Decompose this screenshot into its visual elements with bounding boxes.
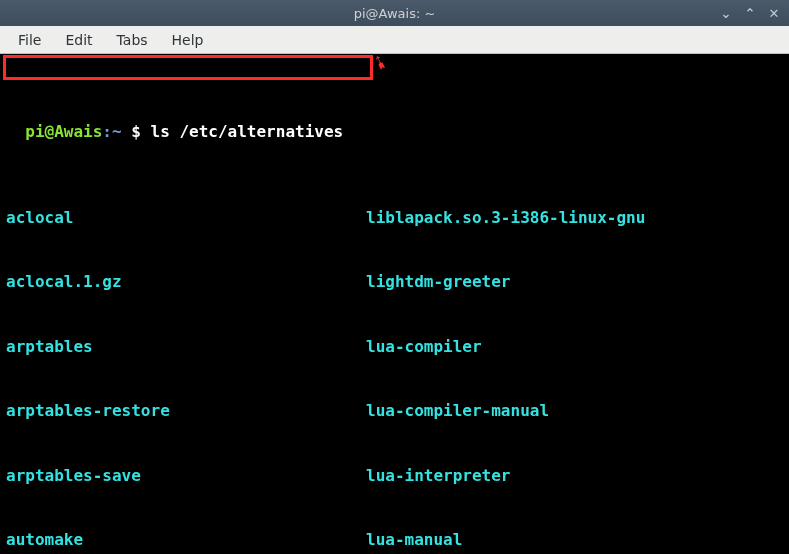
list-item: lua-interpreter [366,465,783,487]
terminal-area[interactable]: ➷ pi@Awais:~ $ ls /etc/alternatives aclo… [0,54,789,554]
prompt-user-host: pi@Awais [25,122,102,141]
list-item: liblapack.so.3-i386-linux-gnu [366,207,783,229]
window-title: pi@Awais: ~ [354,6,436,21]
prompt-dollar: $ [122,122,151,141]
listing-column-2: liblapack.so.3-i386-linux-gnu lightdm-gr… [366,164,783,555]
menu-help[interactable]: Help [162,28,214,52]
window-titlebar: pi@Awais: ~ ⌄ ⌃ ✕ [0,0,789,26]
list-item: aclocal.1.gz [6,271,366,293]
prompt-path: ~ [112,122,122,141]
window-controls: ⌄ ⌃ ✕ [719,6,781,21]
menu-file[interactable]: File [8,28,51,52]
menu-edit[interactable]: Edit [55,28,102,52]
list-item: lua-compiler [366,336,783,358]
close-button[interactable]: ✕ [767,6,781,21]
list-item: lightdm-greeter [366,271,783,293]
menu-tabs[interactable]: Tabs [107,28,158,52]
listing-columns: aclocal aclocal.1.gz arptables arptables… [6,164,783,555]
list-item: aclocal [6,207,366,229]
annotation-highlight-box [3,55,373,80]
list-item: automake [6,529,366,551]
menubar: File Edit Tabs Help [0,26,789,54]
listing-column-1: aclocal aclocal.1.gz arptables arptables… [6,164,366,555]
list-item: lua-manual [366,529,783,551]
prompt-command: ls /etc/alternatives [151,122,344,141]
minimize-button[interactable]: ⌄ [719,6,733,21]
list-item: lua-compiler-manual [366,400,783,422]
prompt-line: pi@Awais:~ $ ls /etc/alternatives [25,121,343,143]
maximize-button[interactable]: ⌃ [743,6,757,21]
annotation-arrow-icon: ➷ [371,54,391,75]
list-item: arptables [6,336,366,358]
list-item: arptables-restore [6,400,366,422]
prompt-colon: : [102,122,112,141]
list-item: arptables-save [6,465,366,487]
